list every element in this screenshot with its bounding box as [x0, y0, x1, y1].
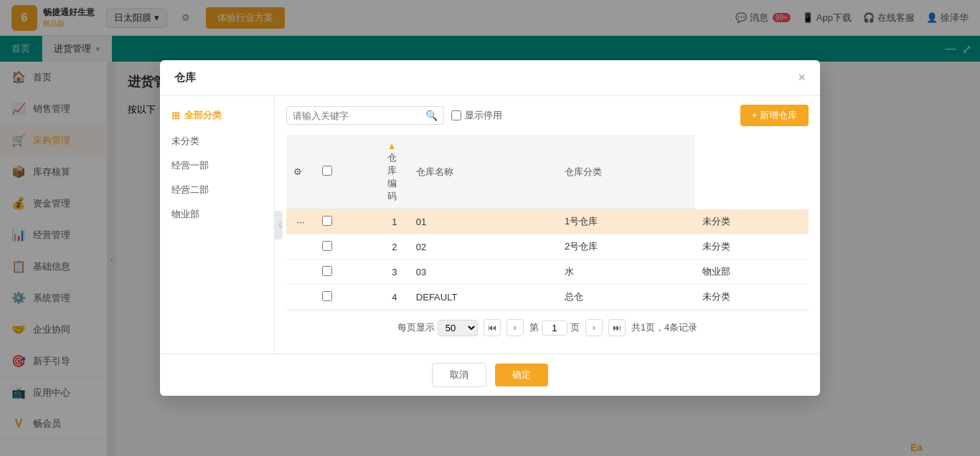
row-name-3: 总仓: [557, 285, 695, 310]
show-disabled-text: 显示停用: [465, 109, 502, 122]
category-unclassified[interactable]: 未分类: [160, 129, 274, 153]
row-num-1: 2: [380, 234, 409, 260]
table-row: ··· 1 01 1号仓库 未分类: [286, 209, 809, 234]
confirm-button[interactable]: 确定: [495, 364, 548, 386]
row-select-2[interactable]: [322, 266, 332, 276]
category-property[interactable]: 物业部: [160, 202, 274, 227]
row-checkbox-2: [315, 260, 380, 285]
page-number-input[interactable]: [542, 320, 567, 336]
page-last-button[interactable]: ⏭: [608, 319, 626, 336]
category-ops1[interactable]: 经营一部: [160, 153, 274, 178]
page-suffix: 页: [570, 321, 580, 334]
table-row: 3 03 水 物业部: [286, 260, 809, 285]
row-category-3: 未分类: [695, 285, 809, 310]
search-icon[interactable]: 🔍: [425, 110, 438, 121]
show-disabled-label[interactable]: 显示停用: [451, 109, 502, 122]
row-select-1[interactable]: [322, 241, 332, 251]
page-next-button[interactable]: ›: [585, 319, 603, 336]
row-select-3[interactable]: [322, 291, 332, 301]
warehouse-dialog: 仓库 × ⊞ 全部分类 未分类 经营一部 经营二部 物业部 《: [160, 60, 820, 396]
row-name-0: 1号仓库: [557, 209, 695, 234]
per-page-dropdown[interactable]: 50 10 20 100: [438, 320, 478, 336]
table-toolbar: 🔍 显示停用 + 新增仓库: [286, 105, 809, 126]
row-select-0[interactable]: [322, 216, 332, 226]
category-header[interactable]: ⊞ 全部分类: [160, 105, 274, 129]
grid-icon: ⊞: [171, 110, 180, 121]
row-code-0: 01: [409, 209, 557, 234]
category-sidebar: ⊞ 全部分类 未分类 经营一部 经营二部 物业部 《: [160, 96, 275, 353]
modal-overlay: 仓库 × ⊞ 全部分类 未分类 经营一部 经营二部 物业部 《: [0, 0, 980, 456]
row-checkbox-3: [315, 285, 380, 310]
dialog-header: 仓库 ×: [160, 60, 820, 96]
row-num-0: 1: [380, 209, 409, 234]
table-header-checkbox: [315, 135, 380, 209]
dialog-body: ⊞ 全部分类 未分类 经营一部 经营二部 物业部 《 🔍: [160, 96, 820, 353]
cancel-button[interactable]: 取消: [432, 363, 486, 387]
table-header-row: ⚙ ▲仓库编码 仓库名称 仓库分类: [286, 135, 809, 209]
row-gear-1: [286, 234, 315, 260]
warehouse-table: ⚙ ▲仓库编码 仓库名称 仓库分类 ··· 1 01 1号仓库 未分类: [286, 135, 809, 310]
row-category-1: 未分类: [695, 234, 809, 260]
show-disabled-checkbox[interactable]: [451, 110, 461, 120]
row-checkbox-1: [315, 234, 380, 260]
add-warehouse-button[interactable]: + 新增仓库: [740, 105, 809, 126]
select-all-checkbox[interactable]: [322, 166, 332, 176]
page-first-button[interactable]: ⏮: [484, 319, 501, 336]
page-size-select: 每页显示 50 10 20 100: [397, 320, 478, 336]
row-gear-0: ···: [286, 209, 315, 234]
table-area: 🔍 显示停用 + 新增仓库 ⚙ ▲仓库编码: [275, 96, 820, 353]
dialog-close-button[interactable]: ×: [798, 70, 806, 85]
search-box: 🔍: [286, 106, 444, 125]
pagination: 每页显示 50 10 20 100 ⏮ ‹ 第 页: [286, 310, 809, 345]
row-checkbox-0: [315, 209, 380, 234]
table-row: 4 DEFAULT 总仓 未分类: [286, 285, 809, 310]
table-header-gear: ⚙: [286, 135, 315, 209]
row-code-3: DEFAULT: [409, 285, 557, 310]
table-header-category: 仓库分类: [557, 135, 695, 209]
row-code-2: 03: [409, 260, 557, 285]
row-name-2: 水: [557, 260, 695, 285]
row-code-1: 02: [409, 234, 557, 260]
row-category-0: 未分类: [695, 209, 809, 234]
total-label: 共1页，4条记录: [631, 321, 697, 334]
row-num-3: 4: [380, 285, 409, 310]
page-prev-button[interactable]: ‹: [507, 319, 524, 336]
category-ops2[interactable]: 经营二部: [160, 178, 274, 202]
row-category-2: 物业部: [695, 260, 809, 285]
table-row: 2 02 2号仓库 未分类: [286, 234, 809, 260]
row-name-1: 2号仓库: [557, 234, 695, 260]
table-header-code: ▲仓库编码: [380, 135, 409, 209]
search-input[interactable]: [293, 110, 421, 121]
page-input: 第 页: [529, 320, 580, 336]
per-page-label: 每页显示: [397, 321, 435, 334]
category-collapse-button[interactable]: 《: [274, 211, 283, 239]
row-gear-2: [286, 260, 315, 285]
dialog-footer: 取消 确定: [160, 353, 820, 396]
dialog-title: 仓库: [174, 71, 196, 85]
row-num-2: 3: [380, 260, 409, 285]
row-gear-3: [286, 285, 315, 310]
category-header-label: 全部分类: [184, 109, 222, 122]
page-label: 第: [529, 321, 539, 334]
table-header-name: 仓库名称: [409, 135, 557, 209]
